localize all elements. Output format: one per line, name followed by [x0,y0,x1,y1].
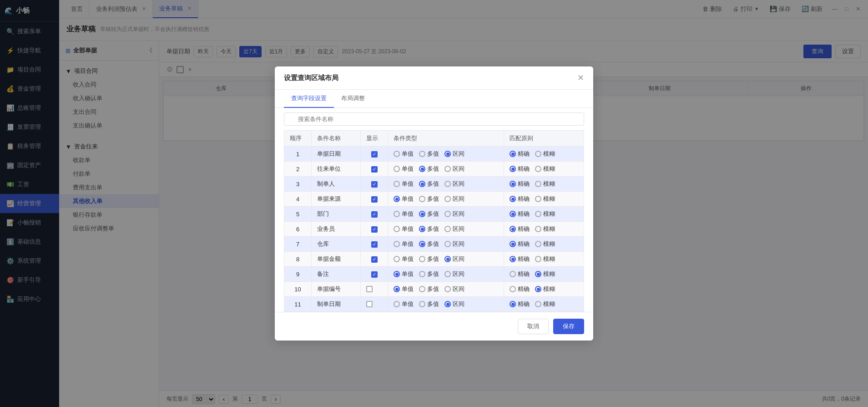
row-show-checkbox[interactable] [361,297,388,312]
radio-type-multi[interactable]: 多值 [419,225,439,233]
save-button[interactable]: 保存 [553,319,584,334]
match-radio-group: 精确模糊 [510,195,578,203]
radio-match-fuzzy[interactable]: 模糊 [535,165,555,173]
radio-match-fuzzy[interactable]: 模糊 [535,255,555,263]
radio-type-single[interactable]: 单值 [394,240,414,248]
radio-type-single[interactable]: 单值 [394,225,414,233]
radio-type-multi[interactable]: 多值 [419,165,439,173]
radio-type-single[interactable]: 单值 [394,255,414,263]
dialog-title: 设置查询区域布局 [284,74,338,82]
row-show-checkbox[interactable] [361,222,388,237]
radio-circle [419,301,425,307]
radio-type-single[interactable]: 单值 [394,165,414,173]
radio-type-multi[interactable]: 多值 [419,240,439,248]
checkbox-checked[interactable] [371,211,378,218]
match-radio-group: 精确模糊 [510,270,578,278]
radio-type-range[interactable]: 区间 [444,210,464,218]
row-show-checkbox[interactable] [361,207,388,222]
checkbox-checked[interactable] [371,166,378,173]
radio-match-fuzzy[interactable]: 模糊 [535,225,555,233]
checkbox-checked[interactable] [371,226,378,233]
modal-overlay[interactable]: 设置查询区域布局 ✕ 查询字段设置 布局调整 🔍 [0,0,868,407]
radio-match-exact[interactable]: 精确 [510,180,530,188]
radio-type-range[interactable]: 区间 [444,285,464,293]
radio-match-fuzzy[interactable]: 模糊 [535,150,555,158]
checkbox-checked[interactable] [371,271,378,278]
radio-type-single[interactable]: 单值 [394,150,414,158]
radio-match-exact[interactable]: 精确 [510,150,530,158]
row-show-checkbox[interactable] [361,237,388,252]
row-match: 精确模糊 [504,162,584,177]
radio-type-single[interactable]: 单值 [394,270,414,278]
radio-match-fuzzy[interactable]: 模糊 [535,300,555,308]
radio-circle [394,211,400,217]
radio-type-multi[interactable]: 多值 [419,150,439,158]
settings-row: 4单据来源单值多值区间精确模糊 [284,192,584,207]
radio-match-exact[interactable]: 精确 [510,195,530,203]
radio-label: 多值 [427,210,439,218]
radio-match-fuzzy[interactable]: 模糊 [535,240,555,248]
radio-circle [535,301,541,307]
radio-type-single[interactable]: 单值 [394,300,414,308]
radio-match-fuzzy[interactable]: 模糊 [535,180,555,188]
checkbox-empty[interactable] [366,286,373,292]
type-radio-group: 单值多值区间 [394,165,498,173]
radio-type-multi[interactable]: 多值 [419,285,439,293]
dialog-close-button[interactable]: ✕ [577,73,584,83]
radio-match-fuzzy[interactable]: 模糊 [535,210,555,218]
radio-match-fuzzy[interactable]: 模糊 [535,270,555,278]
checkbox-empty[interactable] [366,301,373,307]
row-show-checkbox[interactable] [361,162,388,177]
radio-type-range[interactable]: 区间 [444,240,464,248]
radio-type-range[interactable]: 区间 [444,165,464,173]
radio-type-range[interactable]: 区间 [444,255,464,263]
radio-type-single[interactable]: 单值 [394,180,414,188]
row-show-checkbox[interactable] [361,252,388,267]
radio-type-multi[interactable]: 多值 [419,210,439,218]
radio-type-range[interactable]: 区间 [444,225,464,233]
radio-match-exact[interactable]: 精确 [510,270,530,278]
radio-type-range[interactable]: 区间 [444,270,464,278]
radio-match-exact[interactable]: 精确 [510,210,530,218]
radio-type-single[interactable]: 单值 [394,285,414,293]
checkbox-checked[interactable] [371,256,378,263]
radio-match-fuzzy[interactable]: 模糊 [535,285,555,293]
radio-match-exact[interactable]: 精确 [510,285,530,293]
radio-match-fuzzy[interactable]: 模糊 [535,195,555,203]
radio-type-multi[interactable]: 多值 [419,270,439,278]
radio-type-single[interactable]: 单值 [394,195,414,203]
radio-type-multi[interactable]: 多值 [419,180,439,188]
row-show-checkbox[interactable] [361,192,388,207]
radio-match-exact[interactable]: 精确 [510,255,530,263]
radio-match-exact[interactable]: 精确 [510,165,530,173]
radio-type-multi[interactable]: 多值 [419,255,439,263]
checkbox-checked[interactable] [371,151,378,158]
radio-type-range[interactable]: 区间 [444,180,464,188]
radio-circle [535,226,541,232]
radio-match-exact[interactable]: 精确 [510,240,530,248]
match-radio-group: 精确模糊 [510,165,578,173]
dialog-search-input[interactable] [284,112,584,126]
radio-match-exact[interactable]: 精确 [510,225,530,233]
row-type: 单值多值区间 [388,222,504,237]
cancel-button[interactable]: 取消 [518,319,549,334]
row-show-checkbox[interactable] [361,177,388,192]
radio-type-range[interactable]: 区间 [444,300,464,308]
radio-type-multi[interactable]: 多值 [419,195,439,203]
settings-table: 顺序 条件名称 显示 条件类型 匹配原则 1单据日期单值多值区间精确模糊2往来单… [284,130,584,312]
radio-type-range[interactable]: 区间 [444,150,464,158]
tab-field-settings[interactable]: 查询字段设置 [284,90,334,108]
checkbox-checked[interactable] [371,241,378,248]
row-show-checkbox[interactable] [361,267,388,282]
row-show-checkbox[interactable] [361,147,388,162]
radio-type-multi[interactable]: 多值 [419,300,439,308]
radio-type-single[interactable]: 单值 [394,210,414,218]
checkbox-checked[interactable] [371,181,378,188]
th-show: 显示 [361,131,388,147]
row-type: 单值多值区间 [388,147,504,162]
tab-layout-adjust[interactable]: 布局调整 [334,90,372,108]
row-show-checkbox[interactable] [361,282,388,297]
checkbox-checked[interactable] [371,196,378,203]
radio-type-range[interactable]: 区间 [444,195,464,203]
radio-match-exact[interactable]: 精确 [510,300,530,308]
